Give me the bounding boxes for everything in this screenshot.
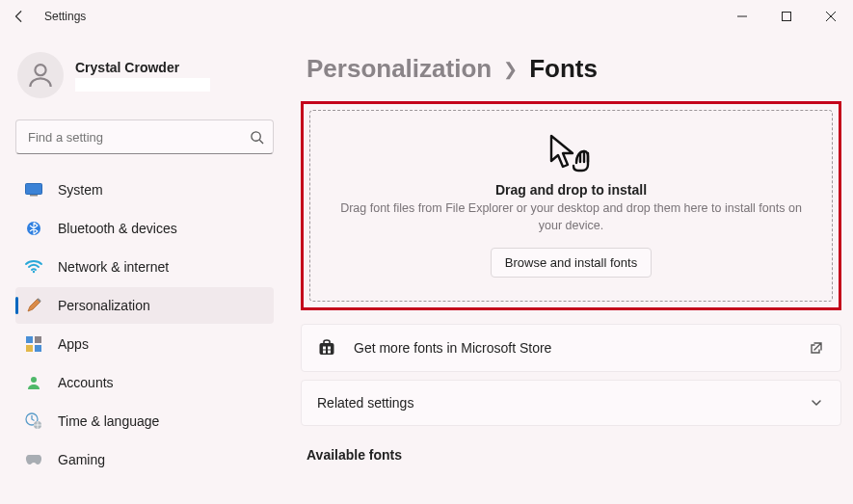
person-icon — [25, 374, 42, 391]
related-settings-card[interactable]: Related settings — [301, 380, 841, 426]
wifi-icon — [25, 258, 42, 276]
breadcrumb: Personalization ❯ Fonts — [299, 42, 843, 101]
svg-point-2 — [35, 65, 45, 75]
nav-label: Accounts — [58, 375, 114, 390]
title-bar: Settings — [0, 0, 853, 33]
search-box[interactable] — [15, 119, 274, 154]
nav-label: Gaming — [58, 452, 105, 467]
font-dropzone[interactable]: Drag and drop to install Drag font files… — [309, 110, 833, 302]
back-button[interactable] — [12, 9, 27, 24]
window-title: Settings — [44, 10, 86, 23]
nav-label: Network & internet — [58, 259, 169, 275]
nav-item-personalization[interactable]: Personalization — [15, 287, 274, 324]
profile-name: Crystal Crowder — [75, 60, 210, 75]
svg-point-13 — [31, 377, 37, 383]
dropzone-title: Drag and drop to install — [330, 182, 813, 198]
nav-item-gaming[interactable]: Gaming — [15, 441, 274, 478]
search-icon — [250, 119, 264, 154]
nav-item-network[interactable]: Network & internet — [15, 249, 274, 285]
close-button[interactable] — [809, 1, 853, 32]
install-dropzone-highlight: Drag and drop to install Drag font files… — [301, 101, 841, 310]
svg-rect-17 — [323, 347, 326, 350]
store-link-card[interactable]: Get more fonts in Microsoft Store — [301, 324, 841, 372]
nav-list: System Bluetooth & devices Network & int… — [15, 172, 274, 478]
nav-label: System — [58, 182, 103, 198]
system-icon — [25, 181, 42, 199]
card-label: Get more fonts in Microsoft Store — [354, 340, 790, 356]
svg-line-4 — [259, 140, 263, 144]
maximize-button[interactable] — [764, 1, 809, 32]
apps-icon — [25, 335, 42, 353]
svg-rect-6 — [30, 195, 38, 197]
bluetooth-icon — [25, 220, 42, 237]
nav-item-time-language[interactable]: Time & language — [15, 403, 274, 439]
nav-item-system[interactable]: System — [15, 172, 274, 208]
nav-label: Apps — [58, 336, 89, 352]
svg-rect-18 — [328, 347, 331, 350]
browse-fonts-button[interactable]: Browse and install fonts — [491, 248, 652, 278]
paintbrush-icon — [25, 297, 42, 314]
window-controls — [720, 1, 853, 32]
svg-rect-9 — [26, 336, 33, 343]
svg-rect-11 — [26, 345, 33, 352]
sidebar: Crystal Crowder System Bluetooth & devic… — [0, 33, 289, 504]
nav-item-apps[interactable]: Apps — [15, 326, 274, 362]
svg-rect-10 — [35, 336, 41, 343]
profile-email — [75, 78, 210, 92]
svg-rect-19 — [323, 351, 326, 354]
profile-block[interactable]: Crystal Crowder — [15, 46, 274, 112]
available-fonts-heading: Available fonts — [299, 434, 843, 463]
svg-point-3 — [252, 131, 260, 140]
open-link-icon — [808, 339, 825, 357]
nav-label: Time & language — [58, 413, 159, 429]
chevron-down-icon — [808, 394, 825, 411]
nav-item-bluetooth[interactable]: Bluetooth & devices — [15, 210, 274, 247]
clock-globe-icon — [25, 412, 42, 430]
content-pane: Personalization ❯ Fonts Drag and drop to… — [289, 33, 853, 504]
dropzone-description: Drag font files from File Explorer or yo… — [331, 200, 813, 234]
avatar — [17, 52, 64, 98]
page-title: Fonts — [529, 54, 598, 84]
gamepad-icon — [25, 451, 42, 468]
nav-label: Bluetooth & devices — [58, 221, 177, 236]
svg-rect-5 — [26, 184, 42, 195]
store-icon — [317, 338, 336, 358]
chevron-right-icon: ❯ — [503, 59, 518, 80]
svg-rect-20 — [328, 351, 331, 354]
svg-rect-1 — [783, 13, 791, 21]
svg-point-8 — [33, 271, 35, 273]
card-label: Related settings — [317, 395, 790, 411]
breadcrumb-parent[interactable]: Personalization — [307, 54, 492, 84]
minimize-button[interactable] — [720, 1, 764, 32]
nav-label: Personalization — [58, 298, 150, 313]
cursor-drop-icon — [330, 132, 813, 172]
svg-rect-12 — [35, 345, 41, 352]
svg-rect-16 — [320, 343, 334, 355]
nav-item-accounts[interactable]: Accounts — [15, 364, 274, 401]
search-input[interactable] — [15, 119, 274, 154]
